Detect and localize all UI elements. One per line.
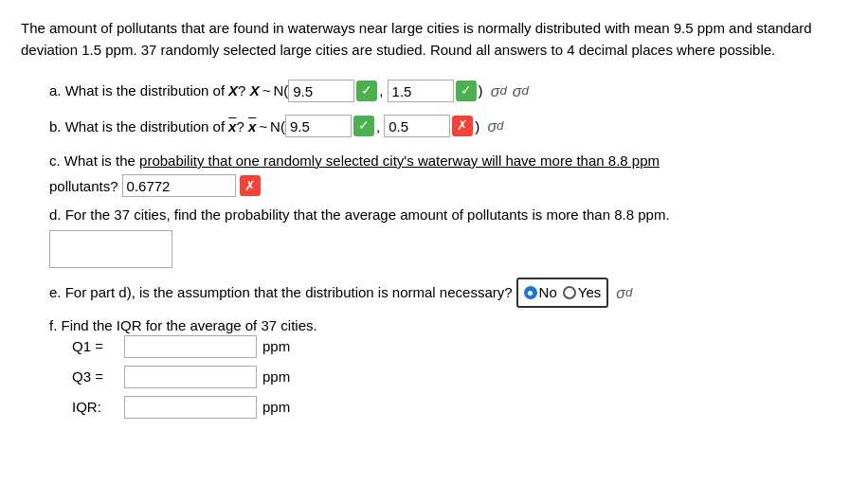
q-a-input1[interactable]: [288, 80, 354, 102]
q1-label: Q1 =: [72, 338, 124, 354]
q-a-dist: N(: [273, 79, 288, 103]
iqr-label: IQR:: [72, 399, 124, 415]
q1-ppm: ppm: [262, 338, 290, 354]
q-b-check1[interactable]: ✓: [353, 116, 374, 136]
question-e: e. For part d), is the assumption that t…: [49, 278, 847, 308]
q3-input[interactable]: [124, 366, 257, 388]
q-a-tilde: ~: [262, 79, 271, 103]
q-b-dist: N(: [270, 115, 285, 139]
question-f: f. Find the IQR for the average of 37 ci…: [49, 317, 847, 419]
q-b-separator: ,: [376, 115, 384, 139]
q-a-check2[interactable]: ✓: [456, 81, 477, 101]
q-b-close-paren: ): [475, 115, 483, 139]
q-a-close-paren: ): [479, 79, 487, 103]
iqr-ppm: ppm: [262, 399, 290, 415]
q-e-label: e. For part d), is the assumption that t…: [49, 280, 513, 305]
q-a-sigma2[interactable]: σd: [513, 79, 529, 104]
q-b-xmark[interactable]: ✗: [452, 116, 473, 136]
q3-row: Q3 = ppm: [72, 366, 847, 388]
q-a-separator: ,: [379, 79, 387, 103]
q-d-input[interactable]: [49, 230, 172, 268]
intro-paragraph: The amount of pollutants that are found …: [21, 17, 847, 62]
q-f-label: f. Find the IQR for the average of 37 ci…: [49, 317, 847, 333]
no-label: No: [539, 280, 557, 305]
q1-row: Q1 = ppm: [72, 335, 847, 358]
q-b-xbar2: x: [248, 115, 256, 139]
yes-radio-icon: [563, 286, 576, 299]
question-c: c. What is the probability that one rand…: [49, 149, 847, 198]
q-a-check1[interactable]: ✓: [356, 81, 377, 101]
q-a-var2: X: [250, 79, 260, 103]
q-d-label: d. For the 37 cities, find the probabili…: [49, 206, 847, 223]
q-c-label-part2: pollutants?: [49, 178, 118, 194]
q-c-xmark[interactable]: ✗: [240, 175, 261, 196]
q-a-label: a. What is the distribution of: [49, 79, 225, 103]
no-yes-group: No Yes: [516, 278, 609, 308]
q3-ppm: ppm: [262, 368, 290, 385]
q-a-sigma1[interactable]: σd: [491, 79, 507, 104]
q-b-xbar: x: [228, 115, 236, 139]
q-b-input2[interactable]: [384, 115, 450, 137]
q-c-label-part1: c. What is the probability that one rand…: [49, 149, 660, 173]
q1-input[interactable]: [124, 335, 257, 358]
yes-label: Yes: [578, 280, 601, 305]
q-b-label: b. What is the distribution of: [49, 115, 225, 139]
yes-option[interactable]: Yes: [563, 280, 601, 305]
iqr-row: IQR: ppm: [72, 396, 847, 419]
q3-label: Q3 =: [72, 368, 124, 385]
q-b-tilde: ~: [259, 115, 267, 139]
q-b-sigma[interactable]: σd: [487, 114, 503, 139]
iqr-input[interactable]: [124, 396, 257, 419]
question-b: b. What is the distribution of x ? x ~ N…: [49, 114, 847, 139]
q-e-sigma[interactable]: σd: [616, 280, 632, 306]
q-c-underline: probability that one randomly selected c…: [139, 152, 660, 169]
no-option[interactable]: No: [524, 280, 557, 305]
q-a-input2[interactable]: [388, 80, 454, 102]
question-d: d. For the 37 cities, find the probabili…: [49, 206, 847, 268]
q-a-var: X: [228, 79, 238, 103]
q-a-question-mark: ?: [238, 79, 250, 103]
q-b-input1[interactable]: [285, 115, 352, 137]
question-a: a. What is the distribution of X ? X ~ N…: [49, 79, 847, 104]
q-b-question-mark: ?: [236, 115, 248, 139]
no-radio-icon: [524, 286, 537, 299]
q-c-input[interactable]: [122, 174, 236, 197]
